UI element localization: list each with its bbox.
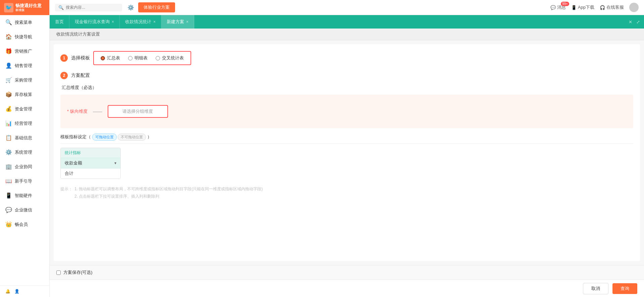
trial-button[interactable]: 体验行业方案 xyxy=(138,2,175,12)
sidebar-label-ops: 经营管理 xyxy=(15,120,32,127)
search-box[interactable]: 🔍 xyxy=(55,4,122,11)
sidebar-label-corp: 企业协同 xyxy=(15,164,32,170)
sidebar-item-guide[interactable]: 📖 新手引导 xyxy=(0,174,49,188)
marketing-icon: 🎁 xyxy=(5,48,12,54)
tab-label-receipts: 收款情况统计 xyxy=(125,19,151,25)
sidebar-item-marketing[interactable]: 🎁 营销推广 xyxy=(0,44,49,58)
sidebar-item-basic[interactable]: 📋 基础信息 xyxy=(0,131,49,145)
sidebar-label-hardware: 智能硬件 xyxy=(15,193,32,199)
dim-select-button[interactable]: 请选择分组维度 xyxy=(108,105,168,118)
sidebar-item-ops[interactable]: 📊 经营管理 xyxy=(0,116,49,131)
step1-section: 1 选择模板 汇总表 明细表 交叉统计表 xyxy=(60,51,633,65)
tab-label-home: 首页 xyxy=(55,19,64,25)
save-option-row: 方案保存(可选) xyxy=(50,265,644,280)
step2-title: 方案配置 xyxy=(71,72,90,79)
tab-close-receipts[interactable]: × xyxy=(153,19,156,24)
save-checkbox[interactable] xyxy=(56,270,61,275)
page-content: 收款情况统计方案设置 1 选择模板 汇总表 明细表 xyxy=(50,29,644,280)
tab-close-bank_flow[interactable]: × xyxy=(112,19,114,24)
download-icon: 📱 xyxy=(571,5,577,10)
sidebar-item-system[interactable]: ⚙️ 系统管理 xyxy=(0,145,49,159)
app-download-button[interactable]: 📱 App下载 xyxy=(571,4,594,10)
sidebar-item-member[interactable]: 👑 畅会员 xyxy=(0,217,49,232)
page-title: 收款情况统计方案设置 xyxy=(50,29,644,40)
tab-close-new_plan[interactable]: × xyxy=(186,19,189,24)
tab-bank_flow[interactable]: 现金银行流水查询 × xyxy=(69,15,120,29)
query-button[interactable]: 查询 xyxy=(612,283,637,294)
system-icon: ⚙️ xyxy=(5,149,12,155)
cross-label: 交叉统计表 xyxy=(162,55,184,61)
avatar[interactable] xyxy=(629,3,639,12)
metrics-col-dropdown-icon[interactable]: ▾ xyxy=(114,161,116,165)
metrics-title-row: 模板指标设定（ 可拖动位置 不可拖动位置 ） xyxy=(60,134,633,144)
tabs-bar: 首页现金银行流水查询 ×收款情况统计 ×新建方案 × ✕ ⤢ xyxy=(50,15,644,29)
sales-icon: 👤 xyxy=(5,62,12,69)
online-service-button[interactable]: 🎧 在线客服 xyxy=(600,4,624,10)
metrics-section-header: 统计指标 xyxy=(61,148,120,158)
template-select-box: 汇总表 明细表 交叉统计表 xyxy=(93,51,191,65)
sidebar-label-basic: 基础信息 xyxy=(15,135,32,141)
non-draggable-hint-badge: 不可拖动位置 xyxy=(118,134,146,141)
service-icon: 🎧 xyxy=(600,5,605,10)
cancel-button[interactable]: 取消 xyxy=(583,283,608,294)
sidebar-item-finance[interactable]: 💰 资金管理 xyxy=(0,102,49,116)
main-area: 🔍 ⚙️ 体验行业方案 💬 消息 99+ 📱 App下载 🎧 在线客服 首页现金… xyxy=(50,0,644,297)
sidebar-item-hardware[interactable]: 📱 智能硬件 xyxy=(0,188,49,203)
tab-label-new_plan: 新建方案 xyxy=(167,19,184,25)
search-input[interactable] xyxy=(66,5,113,10)
sidebar-item-search[interactable]: 🔍 搜索菜单 xyxy=(0,15,49,30)
dimension-area: * 纵向维度 —— 请选择分组维度 xyxy=(60,95,633,128)
sidebar-logo: 🐦 畅捷通好生意 标准版 xyxy=(0,0,49,15)
radio-summary[interactable]: 汇总表 xyxy=(101,55,120,61)
search-icon: 🔍 xyxy=(5,19,12,26)
sidebar-item-purchase[interactable]: 🛒 采购管理 xyxy=(0,73,49,87)
window-controls: ✕ ⤢ xyxy=(625,15,644,29)
msg-button[interactable]: 💬 消息 99+ xyxy=(550,4,566,10)
tab-receipts[interactable]: 收款情况统计 × xyxy=(120,15,161,29)
sidebar-label-quick_nav: 快捷导航 xyxy=(15,34,32,40)
detail-label: 明细表 xyxy=(135,55,148,61)
basic-icon: 📋 xyxy=(5,135,12,141)
sidebar-item-inventory[interactable]: 📦 库存核算 xyxy=(0,87,49,102)
tabs-container: 首页现金银行流水查询 ×收款情况统计 ×新建方案 × xyxy=(50,15,194,29)
online-service-label: 在线客服 xyxy=(606,4,624,10)
sidebar-item-sales[interactable]: 👤 销售管理 xyxy=(0,58,49,73)
close-window-icon[interactable]: ✕ xyxy=(629,19,632,24)
tab-label-bank_flow: 现金银行流水查询 xyxy=(75,19,110,25)
quick_nav-icon: 🏠 xyxy=(5,34,12,40)
top-header: 🔍 ⚙️ 体验行业方案 💬 消息 99+ 📱 App下载 🎧 在线客服 xyxy=(50,0,644,15)
sidebar-label-inventory: 库存核算 xyxy=(15,92,32,98)
sidebar-item-quick_nav[interactable]: 🏠 快捷导航 xyxy=(0,30,49,44)
tab-home[interactable]: 首页 xyxy=(50,15,69,29)
sidebar-label-guide: 新手引导 xyxy=(15,178,32,184)
expand-icon[interactable]: ⤢ xyxy=(636,19,640,24)
step2-section: 2 方案配置 汇总维度（必选） * 纵向维度 —— 请选择分组维度 xyxy=(60,72,633,200)
header-actions: 💬 消息 99+ 📱 App下载 🎧 在线客服 xyxy=(550,3,639,12)
draggable-hint-badge: 可拖动位置 xyxy=(92,134,117,141)
metrics-col-header: 收款金额 ▾ xyxy=(61,158,120,168)
step1-number: 1 xyxy=(60,54,68,62)
metrics-col-name: 收款金额 xyxy=(65,160,82,166)
tab-new_plan[interactable]: 新建方案 × xyxy=(161,15,194,29)
logo-sub: 标准版 xyxy=(15,8,42,12)
finance-icon: 💰 xyxy=(5,106,12,112)
guide-icon: 📖 xyxy=(5,178,12,184)
sidebar: 🐦 畅捷通好生意 标准版 🔍 搜索菜单 🏠 快捷导航 🎁 营销推广 👤 销售管理… xyxy=(0,0,50,297)
dimension-row: * 纵向维度 —— 请选择分组维度 xyxy=(67,105,168,118)
sidebar-nav: 🔍 搜索菜单 🏠 快捷导航 🎁 营销推广 👤 销售管理 🛒 采购管理 📦 库存核… xyxy=(0,15,49,285)
save-option-label: 方案保存(可选) xyxy=(63,269,93,276)
sidebar-label-wechat: 企业微信 xyxy=(15,207,32,213)
corp-icon: 🏢 xyxy=(5,163,12,170)
ops-icon: 📊 xyxy=(5,120,12,127)
sidebar-item-corp[interactable]: 🏢 企业协同 xyxy=(0,159,49,174)
purchase-icon: 🛒 xyxy=(5,77,12,83)
gear-icon[interactable]: ⚙️ xyxy=(127,4,134,11)
radio-cross[interactable]: 交叉统计表 xyxy=(156,55,184,61)
step1-title: 选择模板 xyxy=(71,55,90,61)
sidebar-label-sales: 销售管理 xyxy=(15,63,32,69)
sidebar-item-wechat[interactable]: 💬 企业微信 xyxy=(0,203,49,217)
radio-detail[interactable]: 明细表 xyxy=(128,55,148,61)
inventory-icon: 📦 xyxy=(5,91,12,98)
member-icon: 👑 xyxy=(5,221,12,228)
hardware-icon: 📱 xyxy=(5,192,12,199)
